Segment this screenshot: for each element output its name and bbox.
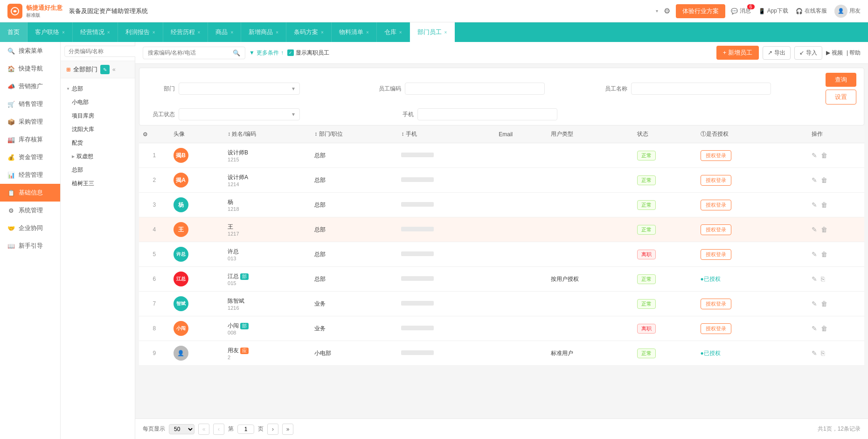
last-page-btn[interactable]: » bbox=[282, 424, 293, 435]
edit-icon[interactable]: ✎ bbox=[812, 300, 817, 307]
delete-icon[interactable]: 🗑 bbox=[821, 325, 827, 332]
sidebar-item-inventory[interactable]: 🏭 库存核算 bbox=[0, 131, 60, 148]
emp-status-select[interactable]: ▾ bbox=[179, 108, 300, 120]
col-phone[interactable]: ↕ 手机 bbox=[397, 125, 495, 143]
tab-bom[interactable]: 物料清单× bbox=[332, 22, 377, 42]
tab-history[interactable]: 经营历程× bbox=[163, 22, 208, 42]
filter-more-btn[interactable]: ▼ 更多条件 ↑ bbox=[249, 49, 284, 57]
edit-icon[interactable]: ✎ bbox=[812, 152, 817, 159]
next-page-btn[interactable]: › bbox=[267, 424, 278, 435]
sidebar-item-operation[interactable]: 📊 经营管理 bbox=[0, 166, 60, 184]
search-icon[interactable]: 🔍 bbox=[233, 49, 240, 56]
search-input[interactable] bbox=[148, 49, 231, 56]
tab-business[interactable]: 经营情况× bbox=[73, 22, 118, 42]
auth-button[interactable]: 授权登录 bbox=[701, 323, 731, 334]
user-menu[interactable]: 👤 用友 bbox=[834, 5, 861, 18]
edit-icon[interactable]: ✎ bbox=[812, 226, 817, 233]
emp-name-input[interactable] bbox=[631, 83, 771, 95]
delete-icon[interactable]: 🗑 bbox=[821, 152, 827, 159]
col-dept[interactable]: ↕ 部门/职位 bbox=[311, 125, 397, 143]
system-dropdown-icon[interactable]: ▾ bbox=[656, 8, 658, 14]
auth-button[interactable]: 授权登录 bbox=[701, 224, 731, 235]
show-resigned-check[interactable]: ✓ 显示离职员工 bbox=[287, 49, 329, 57]
tab-warehouse[interactable]: 仓库× bbox=[377, 22, 410, 42]
edit-icon[interactable]: ✎ bbox=[812, 349, 817, 357]
sidebar-item-system[interactable]: ⚙ 系统管理 bbox=[0, 202, 60, 219]
sidebar-item-sales[interactable]: 🛒 销售管理 bbox=[0, 95, 60, 113]
experience-button[interactable]: 体验行业方案 bbox=[676, 4, 725, 18]
close-icon[interactable]: × bbox=[399, 30, 402, 35]
close-icon[interactable]: × bbox=[198, 30, 201, 35]
phone-input[interactable] bbox=[417, 108, 557, 120]
dept-node-zongbu2[interactable]: 总部 bbox=[61, 163, 135, 177]
auth-button[interactable]: 授权登录 bbox=[701, 200, 731, 210]
tab-dept-staff[interactable]: 部门员工× bbox=[410, 22, 455, 42]
delete-icon[interactable]: 🗑 bbox=[821, 251, 827, 258]
edit-icon[interactable]: ✎ bbox=[812, 201, 817, 209]
dept-node-shuangxuxiang[interactable]: ▶ 双虚想 bbox=[61, 150, 135, 163]
gear-icon[interactable]: ⚙ bbox=[664, 7, 670, 15]
auth-button[interactable]: 授权登录 bbox=[701, 175, 731, 186]
dept-collapse-icon[interactable]: « bbox=[112, 66, 116, 73]
tab-goods[interactable]: 商品× bbox=[208, 22, 241, 42]
import-button[interactable]: ↙ 导入 bbox=[794, 46, 822, 60]
dept-edit-button[interactable]: ✎ bbox=[100, 65, 110, 74]
close-icon[interactable]: × bbox=[321, 30, 324, 35]
sidebar-item-finance[interactable]: 💰 资金管理 bbox=[0, 148, 60, 166]
delete-icon[interactable]: 🗑 bbox=[821, 300, 827, 307]
tab-home[interactable]: 首页 bbox=[0, 22, 28, 42]
tab-barcode[interactable]: 条码方案× bbox=[286, 22, 332, 42]
setting-button[interactable]: 设置 bbox=[826, 90, 856, 105]
copy-icon[interactable]: ⎘ bbox=[821, 349, 825, 357]
per-page-select[interactable]: 50 100 bbox=[169, 424, 194, 434]
message-button[interactable]: 💬 消息 6 bbox=[731, 7, 751, 15]
copy-icon[interactable]: ⎘ bbox=[821, 275, 825, 283]
auth-button[interactable]: 授权登录 bbox=[701, 249, 731, 260]
help-button[interactable]: | 帮助 bbox=[847, 49, 861, 57]
close-icon[interactable]: × bbox=[276, 30, 278, 35]
tab-addgoods[interactable]: 新增商品× bbox=[241, 22, 286, 42]
close-icon[interactable]: × bbox=[230, 30, 233, 35]
first-page-btn[interactable]: « bbox=[198, 424, 209, 435]
sidebar-item-basic[interactable]: 📋 基础信息 bbox=[0, 184, 60, 202]
dept-node-xiaodibu[interactable]: 小电部 bbox=[61, 96, 135, 109]
tab-customer[interactable]: 客户联络× bbox=[28, 22, 73, 42]
app-download-button[interactable]: 📱 App下载 bbox=[758, 7, 788, 15]
service-button[interactable]: 🎧 在线客服 bbox=[796, 7, 827, 15]
sidebar-item-guide[interactable]: 📖 新手引导 bbox=[0, 237, 60, 255]
dept-search-input[interactable] bbox=[64, 46, 143, 57]
edit-icon[interactable]: ✎ bbox=[812, 275, 817, 283]
query-button[interactable]: 查询 bbox=[826, 73, 856, 87]
delete-icon[interactable]: 🗑 bbox=[821, 201, 827, 209]
sidebar-item-marketing[interactable]: 📣 营销推广 bbox=[0, 77, 60, 95]
close-icon[interactable]: × bbox=[444, 30, 447, 35]
close-icon[interactable]: × bbox=[366, 30, 369, 35]
export-button[interactable]: ↗ 导出 bbox=[763, 46, 791, 60]
prev-page-btn[interactable]: ‹ bbox=[213, 424, 224, 435]
delete-icon[interactable]: 🗑 bbox=[821, 176, 827, 184]
auth-button[interactable]: 授权登录 bbox=[701, 150, 731, 161]
dept-node-zongbu[interactable]: ▼ 总部 bbox=[61, 82, 135, 96]
close-icon[interactable]: × bbox=[62, 30, 65, 35]
view-button[interactable]: ▶ 视频 bbox=[826, 49, 843, 57]
sidebar-item-search[interactable]: 🔍 搜索菜单 bbox=[0, 42, 60, 60]
dept-node-zhishuwang[interactable]: 植树王三 bbox=[61, 177, 135, 190]
edit-icon[interactable]: ✎ bbox=[812, 176, 817, 184]
dept-select[interactable]: ▾ bbox=[179, 83, 300, 95]
auth-button[interactable]: 授权登录 bbox=[701, 299, 731, 309]
tab-profit[interactable]: 利润报告× bbox=[118, 22, 163, 42]
add-employee-button[interactable]: + 新增员工 bbox=[716, 46, 759, 60]
sidebar-item-collab[interactable]: 🤝 企业协同 bbox=[0, 219, 60, 237]
col-settings[interactable]: ⚙ bbox=[139, 125, 170, 143]
dept-node-shenyangda[interactable]: 沈阳大库 bbox=[61, 123, 135, 136]
dept-node-xiangmuku[interactable]: 项目库房 bbox=[61, 109, 135, 123]
sidebar-item-nav[interactable]: 🏠 快捷导航 bbox=[0, 60, 60, 77]
edit-icon[interactable]: ✎ bbox=[812, 325, 817, 332]
sidebar-item-purchase[interactable]: 📦 采购管理 bbox=[0, 113, 60, 131]
close-icon[interactable]: × bbox=[107, 30, 110, 35]
page-input[interactable] bbox=[237, 425, 254, 434]
edit-icon[interactable]: ✎ bbox=[812, 251, 817, 258]
close-icon[interactable]: × bbox=[153, 30, 155, 35]
delete-icon[interactable]: 🗑 bbox=[821, 226, 827, 233]
emp-code-input[interactable] bbox=[405, 83, 545, 95]
